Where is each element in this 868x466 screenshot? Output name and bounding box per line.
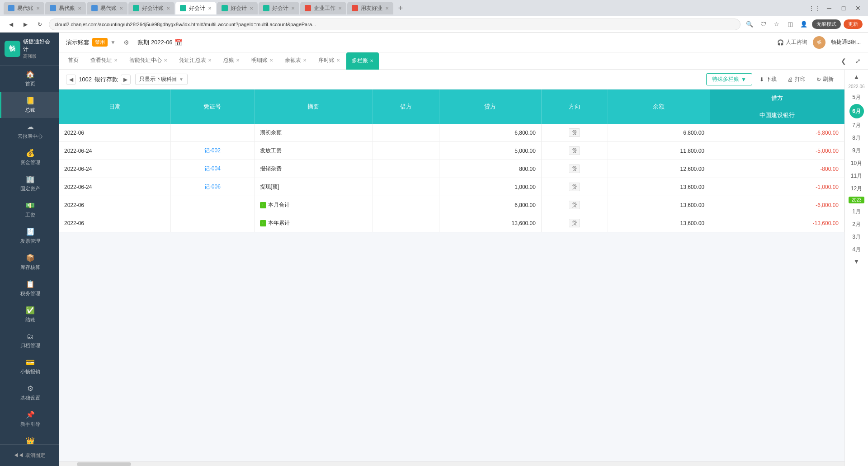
tab-list-button[interactable]: ⋮⋮ (808, 2, 821, 14)
search-address-icon[interactable]: 🔍 (744, 19, 755, 30)
forward-button[interactable]: ▶ (20, 19, 31, 30)
cal-month-2023-1[interactable]: 1月 (847, 206, 867, 217)
extensions-icon[interactable]: ◫ (785, 19, 796, 30)
badge-dropdown-icon[interactable]: ▼ (110, 39, 116, 46)
refresh-nav-button[interactable]: ↻ (34, 19, 45, 30)
demo-badge[interactable]: 禁用 (92, 38, 108, 47)
cal-month-5[interactable]: 5月 (847, 91, 867, 103)
cal-month-7[interactable]: 7月 (847, 119, 867, 131)
filter-dropdown[interactable]: 只显示下级科目 ▼ (135, 74, 188, 85)
refresh-button[interactable]: ↻ 刷新 (813, 74, 837, 85)
sidebar-item-expense[interactable]: 💳 小畅报销 (0, 353, 59, 380)
collapse-tab-button[interactable]: ❮ (837, 55, 850, 67)
sidebar-item-asset[interactable]: 🏢 固定资产 (0, 170, 59, 197)
sidebar-item-guide[interactable]: 📌 新手引导 (0, 406, 59, 432)
cal-month-2023-4[interactable]: 4月 (847, 244, 867, 255)
tab-detail-close[interactable]: ✕ (269, 58, 273, 63)
new-tab-button[interactable]: + (394, 2, 407, 14)
expand-tab-button[interactable]: ⤢ (852, 55, 864, 67)
unpin-button[interactable]: ◀◀ 取消固定 (3, 449, 56, 461)
sidebar-item-inventory[interactable]: 📦 库存核算 (0, 249, 59, 275)
calendar-scroll-down[interactable]: ▼ (851, 256, 862, 267)
sidebar-item-ledger[interactable]: 📒 总账 (0, 92, 59, 118)
cell-voucher[interactable]: 记-002 (171, 142, 255, 160)
tab-home[interactable]: 首页 (62, 52, 84, 70)
cal-month-6[interactable]: 6月 (849, 104, 864, 118)
cal-month-10[interactable]: 10月 (847, 157, 867, 169)
scroll-thumb[interactable] (77, 462, 131, 466)
cell-voucher[interactable]: 记-006 (171, 178, 255, 196)
voucher-link[interactable]: 记-004 (204, 165, 221, 172)
sidebar-item-settle[interactable]: ✅ 结账 (0, 301, 59, 328)
tab-close-9[interactable]: ✕ (385, 6, 389, 11)
maximize-button[interactable]: □ (837, 2, 850, 14)
browser-tab-4[interactable]: 好会计账 ✕ (128, 2, 175, 14)
calendar-top-icon[interactable]: 📅 (175, 39, 182, 46)
calendar-scroll-up[interactable]: ▲ (851, 71, 862, 82)
multi-col-button[interactable]: 特殊多栏账 ▼ (706, 73, 752, 85)
tab-close-7[interactable]: ✕ (291, 6, 295, 11)
browser-tab-9[interactable]: 用友好业 ✕ (347, 2, 393, 14)
browser-tab-6[interactable]: 好会计 ✕ (217, 2, 258, 14)
close-button[interactable]: ✕ (852, 2, 864, 14)
tab-multi-close[interactable]: ✕ (370, 58, 373, 63)
update-button[interactable]: 更新 (844, 19, 863, 29)
sidebar-item-settings[interactable]: ⚙ 基础设置 (0, 380, 59, 406)
tab-voucher-close[interactable]: ✕ (114, 58, 118, 63)
tab-close-4[interactable]: ✕ (166, 6, 170, 11)
back-button[interactable]: ◀ (5, 19, 16, 30)
browser-tab-2[interactable]: 易代账 ✕ (45, 2, 86, 14)
tab-close-3[interactable]: ✕ (119, 6, 123, 11)
tab-journal-close[interactable]: ✕ (336, 58, 340, 63)
tab-summary-close[interactable]: ✕ (208, 58, 212, 63)
cell-voucher[interactable]: 记-004 (171, 160, 255, 178)
sidebar-item-invoice[interactable]: 🧾 发票管理 (0, 223, 59, 249)
cal-month-8[interactable]: 8月 (847, 132, 867, 144)
sidebar-item-report[interactable]: ☁ 云报表中心 (0, 118, 59, 144)
cal-month-11[interactable]: 11月 (847, 170, 867, 182)
tab-summary[interactable]: 凭证汇总表 ✕ (174, 52, 217, 70)
star-icon[interactable]: ☆ (771, 19, 782, 30)
browser-tab-3[interactable]: 易代账 ✕ (87, 2, 127, 14)
settings-top-icon[interactable]: ⚙ (121, 37, 132, 48)
download-button[interactable]: ⬇ 下载 (756, 74, 780, 85)
url-input[interactable]: cloud2.chanjet.com/accounting/uh26t264j5… (49, 19, 741, 30)
browser-tab-1[interactable]: 易代账 ✕ (4, 2, 44, 14)
tab-balance-close[interactable]: ✕ (303, 58, 307, 63)
tab-general[interactable]: 总账 ✕ (218, 52, 245, 70)
tab-multi[interactable]: 多栏账 ✕ (346, 52, 379, 70)
prev-account-button[interactable]: ◀ (66, 75, 76, 85)
sidebar-item-salary[interactable]: 💵 工资 (0, 197, 59, 223)
browser-tab-5[interactable]: 好会计 ✕ (175, 2, 216, 14)
next-account-button[interactable]: ▶ (121, 75, 131, 85)
user-profile-icon[interactable]: 👤 (798, 19, 809, 30)
tab-journal[interactable]: 序时账 ✕ (313, 52, 345, 70)
print-button[interactable]: 🖨 打印 (784, 74, 809, 85)
browser-tab-8[interactable]: 企业工作 ✕ (300, 2, 346, 14)
voucher-link[interactable]: 记-002 (204, 147, 221, 154)
cal-month-9[interactable]: 9月 (847, 145, 867, 156)
cal-month-12[interactable]: 12月 (847, 183, 867, 194)
minimize-button[interactable]: ─ (823, 2, 835, 14)
browser-tab-7[interactable]: 好会计 ✕ (259, 2, 299, 14)
tab-balance[interactable]: 余额表 ✕ (279, 52, 312, 70)
sidebar-item-home[interactable]: 🏠 首页 (0, 66, 59, 92)
tab-close-6[interactable]: ✕ (250, 6, 253, 11)
service-button[interactable]: 🎧 人工咨询 (777, 38, 807, 46)
tab-smart-close[interactable]: ✕ (164, 58, 167, 63)
cal-month-2023-2[interactable]: 2月 (847, 218, 867, 230)
cal-month-2023-3[interactable]: 3月 (847, 231, 867, 243)
sidebar-item-fund[interactable]: 💰 资金管理 (0, 144, 59, 170)
tab-close-1[interactable]: ✕ (36, 6, 40, 11)
tab-voucher[interactable]: 查看凭证 ✕ (85, 52, 123, 70)
tab-close-5[interactable]: ✕ (208, 6, 212, 11)
tab-smart[interactable]: 智能凭证中心 ✕ (124, 52, 173, 70)
incognito-button[interactable]: 无痕模式 (812, 19, 841, 29)
sidebar-item-archive[interactable]: 🗂 归档管理 (0, 328, 59, 353)
tab-close-2[interactable]: ✕ (78, 6, 81, 11)
sidebar-item-vip[interactable]: 👑 畅会员 (0, 432, 59, 444)
sidebar-item-tax[interactable]: 📋 税务管理 (0, 275, 59, 301)
voucher-link[interactable]: 记-006 (204, 184, 221, 190)
tab-general-close[interactable]: ✕ (236, 58, 240, 63)
tab-close-8[interactable]: ✕ (338, 6, 342, 11)
